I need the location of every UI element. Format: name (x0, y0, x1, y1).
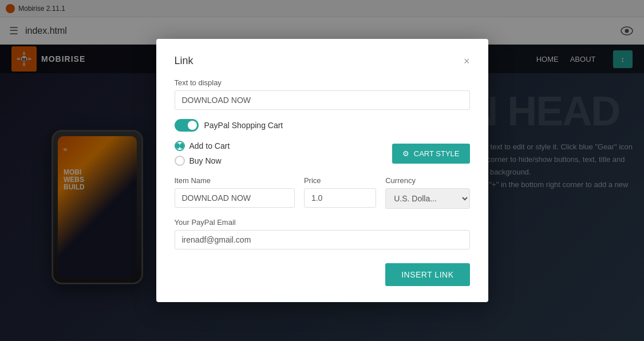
radio-add-to-cart[interactable]: Add to Cart (175, 141, 230, 151)
item-name-label: Item Name (175, 176, 295, 185)
paypal-toggle-row: PayPal Shopping Cart (175, 119, 470, 132)
radio-buy-now[interactable]: Buy Now (175, 156, 230, 166)
item-name-group: Item Name (175, 176, 295, 209)
cart-style-label: CART STYLE (414, 149, 460, 158)
modal-title: Link (175, 55, 193, 67)
cart-style-button[interactable]: ⚙ CART STYLE (392, 144, 470, 164)
link-modal: Link × Text to display PayPal Shopping C… (156, 39, 488, 302)
radio-buy-now-circle (175, 156, 185, 166)
text-to-display-group: Text to display (175, 78, 470, 110)
paypal-toggle-label: PayPal Shopping Cart (204, 121, 283, 130)
currency-label: Currency (385, 176, 469, 185)
paypal-email-label: Your PayPal Email (175, 218, 470, 227)
currency-select[interactable]: U.S. Dolla... Euro (EUR) British Pound (… (385, 188, 469, 209)
modal-overlay: Link × Text to display PayPal Shopping C… (0, 0, 644, 341)
paypal-toggle[interactable] (175, 119, 199, 132)
radio-cart-row: Add to Cart Buy Now ⚙ CART STYLE (175, 141, 470, 166)
item-price-currency-row: Item Name Price Currency U.S. Dolla... E… (175, 176, 470, 209)
radio-add-to-cart-label: Add to Cart (189, 141, 230, 150)
radio-buy-now-label: Buy Now (189, 156, 222, 165)
modal-footer: INSERT LINK (175, 263, 470, 286)
price-input[interactable] (304, 188, 376, 208)
paypal-email-input[interactable] (175, 230, 470, 249)
insert-link-button[interactable]: INSERT LINK (385, 263, 469, 286)
currency-group: Currency U.S. Dolla... Euro (EUR) Britis… (385, 176, 469, 209)
radio-options: Add to Cart Buy Now (175, 141, 230, 166)
text-to-display-input[interactable] (175, 90, 470, 110)
gear-icon: ⚙ (402, 149, 409, 158)
price-group: Price (304, 176, 376, 209)
item-name-input[interactable] (175, 188, 295, 208)
radio-add-to-cart-circle (175, 141, 185, 151)
paypal-email-group: Your PayPal Email (175, 218, 470, 249)
modal-close-button[interactable]: × (464, 56, 470, 66)
modal-header: Link × (175, 55, 470, 67)
price-label: Price (304, 176, 376, 185)
toggle-knob (188, 121, 197, 130)
text-to-display-label: Text to display (175, 78, 470, 87)
